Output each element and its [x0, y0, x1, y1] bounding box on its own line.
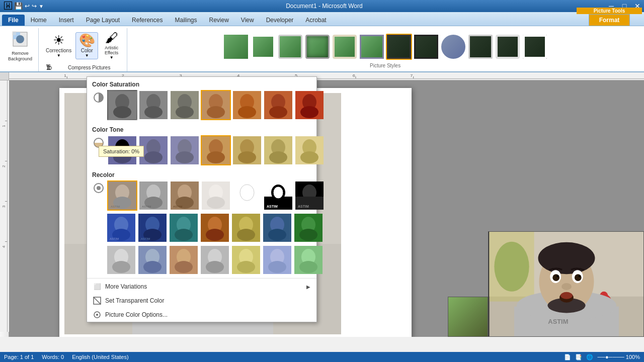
svg-point-117: [300, 151, 318, 163]
picture-style-8[interactable]: [413, 34, 439, 60]
tone-4700[interactable]: [107, 135, 137, 165]
saturation-100[interactable]: [201, 90, 231, 120]
tone-5500[interactable]: [138, 135, 169, 165]
svg-rect-21: [7, 80, 8, 332]
picture-style-9[interactable]: [440, 34, 466, 60]
recolor-green[interactable]: [293, 213, 324, 243]
svg-text:ASTIM: ASTIM: [173, 205, 182, 208]
svg-rect-16: [355, 76, 356, 78]
svg-point-177: [175, 261, 193, 273]
picture-style-1[interactable]: [223, 34, 249, 60]
tab-insert[interactable]: Insert: [53, 15, 80, 26]
svg-point-156: [175, 229, 193, 241]
recolor-teal[interactable]: [169, 213, 199, 243]
picture-style-10[interactable]: [467, 34, 494, 60]
recolor-washout[interactable]: [201, 180, 231, 211]
saturation-66[interactable]: [170, 90, 200, 120]
view-print[interactable]: 📄: [564, 354, 571, 360]
recolor-black-white-outline[interactable]: [232, 180, 262, 211]
compress-icon: 🗜: [46, 64, 52, 71]
quick-dropdown[interactable]: ▼: [39, 4, 44, 9]
recolor-lt-brown[interactable]: [169, 245, 199, 275]
picture-style-4[interactable]: [304, 34, 331, 60]
svg-rect-135: [233, 182, 261, 210]
picture-style-12[interactable]: [522, 34, 548, 60]
tab-references[interactable]: References: [126, 15, 169, 26]
svg-point-77: [113, 106, 131, 118]
svg-point-67: [575, 274, 582, 281]
ribbon-group-remove-bg: RemoveBackground: [2, 28, 39, 71]
picture-color-options-label: Picture Color Options...: [105, 311, 168, 318]
recolor-brown-dk[interactable]: [200, 213, 230, 243]
tone-7200[interactable]: [232, 135, 262, 165]
saturation-150[interactable]: [232, 90, 262, 120]
tone-9300[interactable]: [294, 135, 325, 165]
ribbon-tabs: File Home Insert Page Layout References …: [0, 12, 644, 26]
picture-style-5[interactable]: [332, 34, 358, 60]
tab-developer[interactable]: Developer: [260, 15, 300, 26]
compress-pictures-button[interactable]: 🗜 Color Compress Pictures: [44, 63, 112, 72]
svg-point-174: [143, 261, 162, 273]
color-button[interactable]: 🎨 Color ▼: [75, 32, 98, 59]
saturation-33[interactable]: [138, 90, 169, 120]
picture-style-3[interactable]: [277, 34, 303, 60]
picture-style-7[interactable]: [386, 34, 412, 60]
picture-color-options-item[interactable]: Picture Color Options...: [87, 308, 316, 322]
svg-point-186: [268, 261, 286, 273]
recolor-black-white-50[interactable]: ASTIM: [294, 180, 325, 211]
quick-save[interactable]: 💾: [14, 2, 23, 10]
tab-mailings[interactable]: Mailings: [169, 15, 203, 26]
svg-point-183: [237, 261, 255, 273]
tone-6500[interactable]: [201, 135, 231, 165]
svg-point-171: [112, 261, 130, 273]
corrections-button[interactable]: ☀ Corrections ▼: [44, 33, 73, 59]
tab-acrobat[interactable]: Acrobat: [299, 15, 332, 26]
picture-style-11[interactable]: [495, 34, 521, 60]
saturation-0[interactable]: [107, 90, 137, 120]
quick-redo[interactable]: ↪: [32, 3, 37, 10]
picture-style-6[interactable]: [359, 34, 385, 60]
recolor-lt-green[interactable]: [293, 245, 324, 275]
more-variations-label: More Variations: [105, 283, 147, 290]
svg-point-89: [238, 106, 256, 118]
artistic-effects-button[interactable]: 🖌 ArtisticEffects ▼: [100, 30, 123, 61]
picture-style-2[interactable]: [250, 34, 276, 60]
saturation-300[interactable]: [294, 90, 325, 120]
view-web[interactable]: 🌐: [586, 354, 593, 360]
word-count: Words: 0: [42, 354, 64, 360]
view-fullscreen[interactable]: 📑: [575, 354, 582, 360]
ribbon-tabs-wrapper: File Home Insert Page Layout References …: [0, 12, 644, 26]
quick-undo[interactable]: ↩: [25, 3, 30, 10]
more-variations-arrow: ▶: [306, 284, 310, 290]
tab-page-layout[interactable]: Page Layout: [80, 15, 126, 26]
tab-review[interactable]: Review: [203, 15, 234, 26]
recolor-sepia[interactable]: ASTIM: [170, 180, 200, 211]
recolor-lt-yellow[interactable]: [231, 245, 261, 275]
saturation-200[interactable]: [263, 90, 293, 120]
recolor-grayscale[interactable]: ASTIM: [138, 180, 169, 211]
remove-background-button[interactable]: RemoveBackground: [6, 30, 34, 63]
recolor-blue[interactable]: ASTIM: [137, 213, 168, 243]
recolor-yellow[interactable]: [231, 213, 261, 243]
tone-8200[interactable]: [263, 135, 293, 165]
recolor-lt-gray[interactable]: [106, 245, 136, 275]
tone-6200[interactable]: [170, 135, 200, 165]
set-transparent-icon: [93, 297, 101, 305]
tab-home[interactable]: Home: [25, 15, 53, 26]
picture-color-options-icon: [93, 311, 101, 319]
recolor-row1: ASTIM ASTIM ASTIM ASTIM ASTIM: [87, 180, 316, 213]
tab-view[interactable]: View: [235, 15, 260, 26]
recolor-dk-blue2[interactable]: [262, 213, 292, 243]
recolor-lt-gray2[interactable]: [200, 245, 230, 275]
recolor-dk-blue[interactable]: ASTIM: [106, 213, 136, 243]
recolor-no-recolor[interactable]: ASTIM: [107, 180, 137, 211]
recolor-black-white-25[interactable]: ASTIM: [263, 180, 293, 211]
zoom-slider[interactable]: ──●──── 100%: [597, 354, 640, 360]
recolor-lt-blue[interactable]: [137, 245, 168, 275]
tab-file[interactable]: File: [2, 15, 25, 26]
set-transparent-item[interactable]: Set Transparent Color: [87, 294, 316, 308]
ribbon-group-picture-styles: Picture Styles: [128, 28, 642, 71]
tab-format[interactable]: Format: [589, 14, 630, 26]
recolor-lt-lt-blue[interactable]: [262, 245, 292, 275]
more-variations-item[interactable]: ⬜ More Variations ▶: [87, 280, 316, 294]
